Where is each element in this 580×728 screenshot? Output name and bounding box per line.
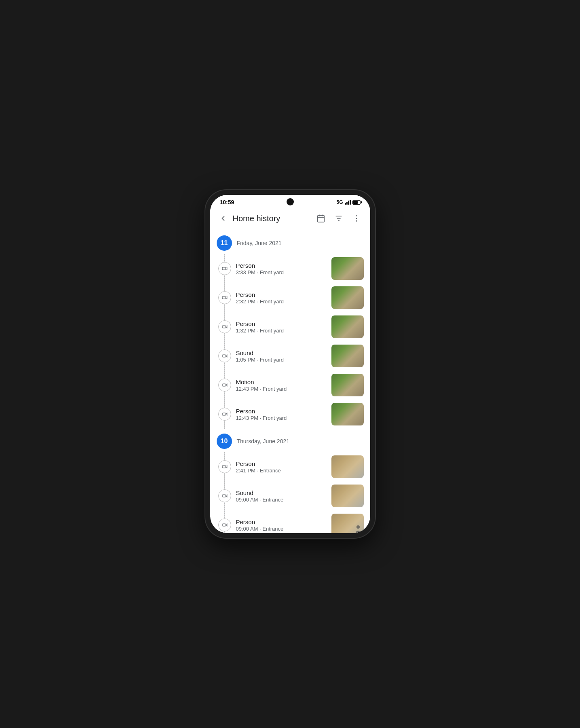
- status-icons: 5G: [336, 199, 360, 205]
- svg-rect-20: [222, 413, 226, 415]
- event-thumbnail[interactable]: [331, 485, 364, 507]
- event-info: Person 3:33 PM · Front yard: [236, 262, 327, 275]
- svg-marker-11: [226, 267, 227, 270]
- svg-rect-18: [222, 384, 226, 386]
- list-item[interactable]: Sound 09:00 AM · Entrance: [224, 481, 364, 510]
- svg-rect-10: [222, 267, 226, 270]
- timeline-10: Person 2:41 PM · Entrance Sound 09: [224, 452, 364, 533]
- day-label-11: Friday, June 2021: [237, 240, 282, 246]
- svg-marker-25: [226, 495, 227, 497]
- content-scroll[interactable]: 11 Friday, June 2021 Person 3:33 PM · Fr…: [210, 231, 370, 533]
- event-info: Sound 1:05 PM · Front yard: [236, 349, 327, 363]
- event-info: Sound 09:00 AM · Entrance: [236, 489, 327, 503]
- svg-rect-22: [222, 466, 226, 468]
- timeline-11: Person 3:33 PM · Front yard Person: [224, 254, 364, 429]
- video-icon: [218, 489, 231, 502]
- svg-rect-14: [222, 326, 226, 328]
- video-icon: [218, 460, 231, 473]
- event-thumbnail[interactable]: [331, 514, 364, 533]
- svg-rect-24: [222, 495, 226, 497]
- calendar-button[interactable]: [314, 211, 328, 226]
- list-item[interactable]: Person 3:33 PM · Front yard: [224, 254, 364, 283]
- day-badge-10: 10: [217, 434, 232, 449]
- svg-marker-17: [226, 355, 227, 357]
- list-item[interactable]: Person 09:00 AM · Entrance: [224, 510, 364, 533]
- svg-rect-16: [222, 355, 226, 357]
- event-thumbnail[interactable]: [331, 403, 364, 425]
- video-icon: [218, 408, 231, 421]
- day-label-10: Thursday, June 2021: [237, 438, 290, 444]
- event-thumbnail[interactable]: [331, 257, 364, 280]
- video-icon: [218, 379, 231, 392]
- svg-point-9: [356, 220, 357, 222]
- day-header-11: 11 Friday, June 2021: [217, 235, 364, 251]
- event-info: Motion 12:43 PM · Front yard: [236, 379, 327, 392]
- list-item[interactable]: Person 1:32 PM · Front yard: [224, 312, 364, 341]
- event-info: Person 2:32 PM · Front yard: [236, 291, 327, 305]
- event-thumbnail[interactable]: [331, 455, 364, 478]
- svg-rect-0: [317, 216, 324, 222]
- signal-icon: [345, 200, 351, 205]
- svg-marker-15: [226, 326, 227, 328]
- list-item[interactable]: Person 2:41 PM · Entrance: [224, 452, 364, 481]
- event-thumbnail[interactable]: [331, 315, 364, 338]
- day-badge-11: 11: [217, 235, 232, 251]
- video-icon: [218, 262, 231, 275]
- event-thumbnail[interactable]: [331, 374, 364, 396]
- top-bar: Home history: [210, 208, 370, 231]
- svg-point-8: [356, 218, 357, 219]
- list-item[interactable]: Sound 1:05 PM · Front yard: [224, 341, 364, 370]
- video-icon: [218, 349, 231, 362]
- list-item[interactable]: Motion 12:43 PM · Front yard: [224, 370, 364, 400]
- status-bar: 10:59 5G: [210, 195, 370, 208]
- back-button[interactable]: [217, 212, 230, 225]
- svg-marker-19: [226, 384, 227, 386]
- svg-point-7: [356, 215, 357, 216]
- list-item[interactable]: Person 12:43 PM · Front yard: [224, 400, 364, 429]
- status-time: 10:59: [220, 199, 234, 205]
- more-button[interactable]: [349, 211, 364, 226]
- phone-frame: 10:59 5G: [205, 190, 375, 538]
- svg-marker-23: [226, 466, 227, 468]
- day-header-10: 10 Thursday, June 2021: [217, 434, 364, 449]
- svg-point-28: [356, 525, 360, 529]
- top-actions: [314, 211, 364, 226]
- filter-button[interactable]: [331, 211, 346, 226]
- video-icon: [218, 320, 231, 333]
- event-info: Person 1:32 PM · Front yard: [236, 320, 327, 334]
- camera-dot: [287, 198, 294, 205]
- event-thumbnail[interactable]: [331, 345, 364, 367]
- svg-rect-12: [222, 296, 226, 299]
- page-title: Home history: [233, 214, 314, 223]
- svg-marker-21: [226, 413, 227, 415]
- svg-rect-26: [222, 524, 226, 526]
- battery-icon: [352, 200, 361, 205]
- 5g-label: 5G: [336, 199, 343, 205]
- video-icon: [218, 291, 231, 304]
- event-info: Person 2:41 PM · Entrance: [236, 460, 327, 474]
- list-item[interactable]: Person 2:32 PM · Front yard: [224, 283, 364, 312]
- event-info: Person 09:00 AM · Entrance: [236, 518, 327, 532]
- phone-screen: 10:59 5G: [210, 195, 370, 533]
- event-thumbnail[interactable]: [331, 286, 364, 309]
- svg-marker-27: [226, 524, 227, 526]
- video-icon: [218, 518, 231, 531]
- event-info: Person 12:43 PM · Front yard: [236, 408, 327, 421]
- svg-marker-13: [226, 296, 227, 299]
